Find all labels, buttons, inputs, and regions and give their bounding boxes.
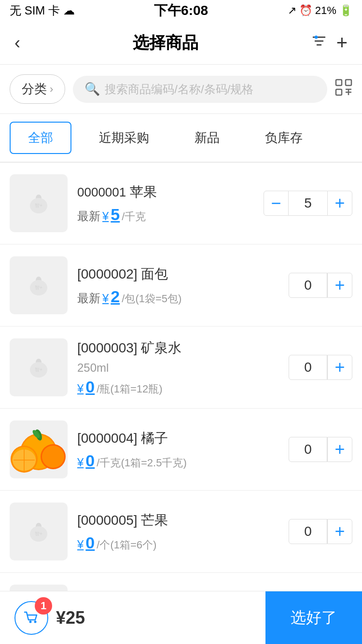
- search-box[interactable]: 🔍 搜索商品编码/名称/条码/规格: [73, 76, 327, 103]
- product-name-0000001: 0000001 苹果: [77, 183, 254, 201]
- qty-control-0000002: 0 +: [289, 273, 352, 298]
- search-placeholder: 搜索商品编码/名称/条码/规格: [105, 82, 253, 97]
- product-price-0000004: ¥ 0 /千克(1箱=2.5千克): [77, 451, 279, 470]
- product-price-0000001: 最新 ¥ 5 /千克: [77, 205, 254, 224]
- svg-text:智+: 智+: [35, 531, 42, 536]
- nav-right: +: [311, 32, 348, 54]
- svg-text:智+: 智+: [35, 285, 42, 290]
- qty-control-0000003: 0 +: [289, 355, 352, 380]
- product-image-0000001: 智+: [10, 174, 68, 232]
- product-item-0000001: 智+ 0000001 苹果 最新 ¥ 5 /千克 − +: [0, 163, 362, 244]
- qty-plus-0000003[interactable]: +: [327, 355, 352, 380]
- product-image-0000004: [10, 420, 68, 478]
- tab-negative-stock[interactable]: 负库存: [247, 122, 320, 154]
- page-title: 选择商品: [133, 32, 198, 54]
- back-button[interactable]: ‹: [14, 33, 20, 53]
- tab-row: 全部 近期采购 新品 负库存: [0, 114, 362, 163]
- product-info-0000004: [0000004] 橘子 ¥ 0 /千克(1箱=2.5千克): [77, 429, 279, 470]
- chevron-right-icon: ›: [50, 83, 53, 96]
- svg-text:智+: 智+: [35, 203, 42, 208]
- svg-point-39: [34, 620, 37, 623]
- qty-input-0000001[interactable]: [289, 191, 327, 216]
- product-image-0000003: 智+: [10, 338, 68, 396]
- product-price-0000003: ¥ 0 /瓶(1箱=12瓶): [77, 378, 279, 396]
- product-price-0000002: 最新 ¥ 2 /包(1袋=5包): [77, 287, 279, 306]
- qty-value-0000005: 0: [289, 519, 327, 544]
- cart-section: 1 ¥25: [0, 601, 265, 635]
- cart-total: ¥25: [56, 608, 85, 628]
- product-item-0000002: 智+ [0000002] 面包 最新 ¥ 2 /包(1袋=5包) 0 +: [0, 245, 362, 326]
- product-price-0000005: ¥ 0 /个(1箱=6个): [77, 533, 279, 552]
- product-item-0000005: 智+ [0000005] 芒果 ¥ 0 /个(1箱=6个) 0 +: [0, 491, 362, 572]
- qty-control-0000004: 0 +: [289, 437, 352, 462]
- status-bar: 无 SIM 卡 ☁ 下午6:08 ↗ ⏰ 21% 🔋: [0, 0, 362, 21]
- status-time: 下午6:08: [154, 1, 208, 20]
- qty-plus-0000004[interactable]: +: [327, 437, 352, 462]
- qty-control-0000005: 0 +: [289, 519, 352, 544]
- product-image-0000002: 智+: [10, 256, 68, 314]
- qty-plus-0000005[interactable]: +: [327, 519, 352, 544]
- status-battery: ↗ ⏰ 21% 🔋: [288, 4, 352, 17]
- qty-value-0000004: 0: [289, 437, 327, 462]
- qty-control-0000001: − +: [264, 191, 352, 216]
- svg-point-38: [29, 620, 32, 623]
- product-info-0000005: [0000005] 芒果 ¥ 0 /个(1箱=6个): [77, 511, 279, 552]
- svg-point-24: [42, 446, 64, 468]
- product-name-0000002: [0000002] 面包: [77, 265, 279, 283]
- qty-plus-0000001[interactable]: +: [327, 191, 352, 216]
- product-name-0000005: [0000005] 芒果: [77, 511, 279, 530]
- scan-icon[interactable]: [335, 79, 352, 100]
- nav-left: ‹: [14, 33, 20, 53]
- tab-all[interactable]: 全部: [10, 122, 71, 154]
- category-label: 分类: [22, 81, 47, 98]
- tab-recent[interactable]: 近期采购: [81, 122, 167, 154]
- add-button[interactable]: +: [336, 32, 348, 54]
- cart-icon-wrap[interactable]: 1: [14, 601, 48, 635]
- category-button[interactable]: 分类 ›: [10, 74, 65, 104]
- svg-rect-4: [336, 80, 342, 85]
- product-name-0000003: [0000003] 矿泉水: [77, 339, 279, 357]
- status-left: 无 SIM 卡 ☁: [10, 3, 75, 18]
- status-sim: 无 SIM 卡 ☁: [10, 3, 75, 18]
- filter-row: 分类 › 🔍 搜索商品编码/名称/条码/规格: [0, 65, 362, 114]
- bottom-bar: 1 ¥25 选好了: [0, 591, 362, 644]
- status-right: ↗ ⏰ 21% 🔋: [288, 4, 352, 17]
- product-spec-0000003: 250ml: [77, 361, 279, 375]
- product-item-0000003: 智+ [0000003] 矿泉水 250ml ¥ 0 /瓶(1箱=12瓶) 0 …: [0, 327, 362, 408]
- svg-rect-5: [346, 80, 351, 85]
- qty-minus-0000001[interactable]: −: [264, 191, 289, 216]
- svg-text:智+: 智+: [35, 367, 42, 372]
- svg-rect-6: [336, 89, 342, 95]
- product-name-0000004: [0000004] 橘子: [77, 429, 279, 448]
- tab-new[interactable]: 新品: [177, 122, 237, 154]
- product-list: 智+ 0000001 苹果 最新 ¥ 5 /千克 − +: [0, 163, 362, 644]
- filter-icon[interactable]: [311, 33, 327, 53]
- product-info-0000001: 0000001 苹果 最新 ¥ 5 /千克: [77, 183, 254, 224]
- qty-plus-0000002[interactable]: +: [327, 273, 352, 298]
- product-info-0000002: [0000002] 面包 最新 ¥ 2 /包(1袋=5包): [77, 265, 279, 306]
- cart-badge: 1: [35, 597, 52, 615]
- qty-value-0000002: 0: [289, 273, 327, 298]
- confirm-button[interactable]: 选好了: [265, 591, 362, 644]
- qty-value-0000003: 0: [289, 355, 327, 380]
- product-item-0000004: [0000004] 橘子 ¥ 0 /千克(1箱=2.5千克) 0 +: [0, 409, 362, 490]
- search-icon: 🔍: [84, 82, 100, 97]
- nav-bar: ‹ 选择商品 +: [0, 21, 362, 65]
- product-info-0000003: [0000003] 矿泉水 250ml ¥ 0 /瓶(1箱=12瓶): [77, 339, 279, 396]
- product-image-0000005: 智+: [10, 503, 68, 560]
- svg-point-3: [315, 36, 318, 39]
